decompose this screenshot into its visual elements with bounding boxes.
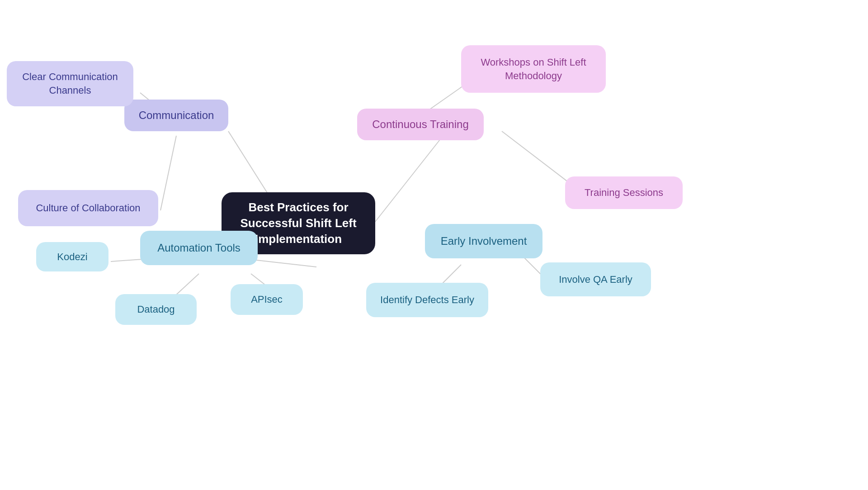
- workshops-node[interactable]: Workshops on Shift Left Methodology: [461, 45, 606, 93]
- kodezi-node[interactable]: Kodezi: [36, 242, 108, 271]
- svg-line-2: [160, 136, 176, 210]
- involve-qa-node[interactable]: Involve QA Early: [540, 262, 651, 296]
- mindmap-container: Best Practices for Successful Shift Left…: [0, 0, 868, 490]
- identify-defects-node[interactable]: Identify Defects Early: [366, 283, 488, 317]
- communication-node[interactable]: Communication: [124, 100, 228, 131]
- clear-channels-node[interactable]: Clear Communication Channels: [7, 61, 133, 106]
- datadog-node[interactable]: Datadog: [115, 294, 197, 325]
- training-sessions-node[interactable]: Training Sessions: [565, 176, 683, 209]
- early-involvement-node[interactable]: Early Involvement: [425, 224, 542, 258]
- continuous-training-node[interactable]: Continuous Training: [357, 109, 484, 140]
- svg-line-3: [375, 136, 443, 222]
- culture-node[interactable]: Culture of Collaboration: [18, 190, 158, 226]
- apisec-node[interactable]: APIsec: [231, 284, 303, 315]
- automation-tools-node[interactable]: Automation Tools: [140, 231, 258, 265]
